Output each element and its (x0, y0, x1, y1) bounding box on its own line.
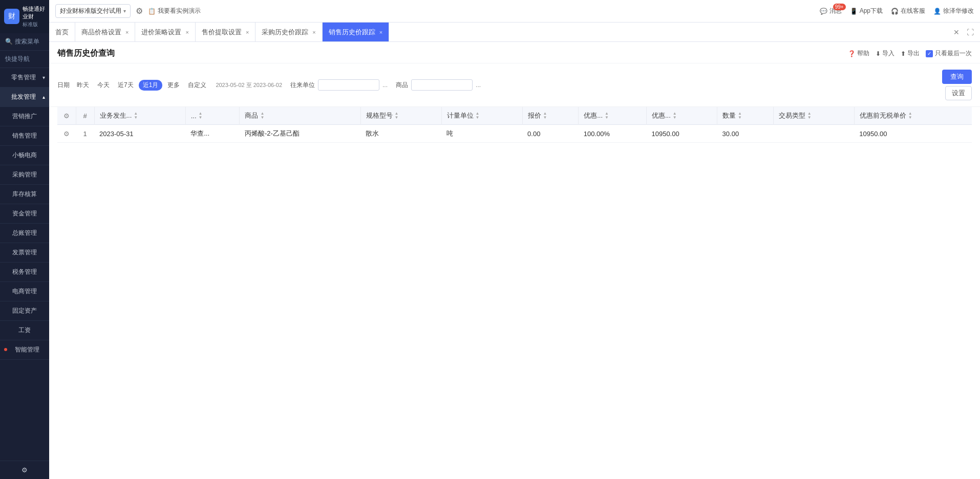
sidebar-item-wholesale[interactable]: 批发管理 ▴ (0, 88, 49, 107)
only-last-checkbox[interactable]: ✓ 只看最后一次 (926, 49, 972, 58)
search-icon: 🔍 (5, 38, 13, 45)
source-unit-filter: 往来单位 ... (290, 79, 388, 91)
filter-buttons: 查询 设置 (942, 70, 972, 100)
col-spec[interactable]: 规格型号 ▲▼ (360, 107, 441, 125)
export-link[interactable]: ⬆ 导出 (901, 49, 920, 58)
col-pretax-price[interactable]: 优惠前无税单价 ▲▼ (854, 107, 972, 125)
headset-icon: 🎧 (891, 8, 899, 15)
message-button[interactable]: 💬 消息 99+ (820, 7, 842, 15)
chevron-down-icon: ▾ (42, 75, 45, 80)
date-options: 昨天 今天 近7天 近1月 更多 自定义 (74, 80, 209, 91)
row-unit: 吨 (441, 125, 522, 143)
setting-button[interactable]: 设置 (945, 86, 972, 100)
message-icon: 💬 (820, 8, 827, 15)
row-spec: 散水 (360, 125, 441, 143)
sort-arrows-discount1: ▲▼ (605, 112, 609, 120)
source-unit-more-button[interactable]: ... (382, 81, 388, 89)
app-download-button[interactable]: 📱 App下载 (850, 7, 883, 15)
sidebar-item-payroll[interactable]: 工资 (0, 321, 49, 340)
col-discount2[interactable]: 优惠... ▲▼ (646, 107, 717, 125)
col-more[interactable]: ... ▲▼ (185, 107, 240, 125)
sidebar-item-tax-label: 税务管理 (12, 268, 37, 276)
date-opt-custom[interactable]: 自定义 (185, 80, 209, 91)
export-icon: ⬆ (901, 50, 906, 57)
sidebar-item-marketing-label: 营销推广 (12, 112, 37, 121)
col-unit[interactable]: 计量单位 ▲▼ (441, 107, 522, 125)
sidebar-item-inventory[interactable]: 库存核算 (0, 185, 49, 204)
tab-home[interactable]: 首页 (49, 23, 75, 42)
sidebar-item-marketing[interactable]: 营销推广 (0, 107, 49, 126)
page-header: 销售历史价查询 ❓ 帮助 ⬇ 导入 ⬆ 导出 ✓ 只看最后一次 (49, 42, 980, 63)
tab-sale-extract-label: 售价提取设置 (202, 28, 242, 37)
row-gear[interactable]: ⚙ (57, 125, 76, 143)
row-pretax-price: 10950.00 (854, 125, 972, 143)
user-menu-button[interactable]: 👤 徐泽华修改 (933, 7, 974, 15)
smart-dot (4, 348, 7, 351)
sidebar-item-invoice[interactable]: 发票管理 (0, 243, 49, 263)
tab-sale-history[interactable]: 销售历史价跟踪 × (323, 23, 389, 42)
col-biz-date[interactable]: 业务发生... ▲▼ (94, 107, 185, 125)
sidebar-item-ecommerce[interactable]: 电商管理 (0, 282, 49, 301)
tab-price-close-icon[interactable]: × (125, 29, 129, 35)
data-table-wrap: ⚙ # 业务发生... ▲▼ (49, 107, 980, 143)
date-opt-more[interactable]: 更多 (164, 80, 183, 91)
sort-arrows-more: ▲▼ (199, 112, 203, 120)
date-opt-today[interactable]: 今天 (94, 80, 113, 91)
col-product[interactable]: 商品 ▲▼ (240, 107, 360, 125)
col-price[interactable]: 报价 ▲▼ (522, 107, 579, 125)
tab-purchase-history[interactable]: 采购历史价跟踪 × (255, 23, 322, 42)
sidebar-item-invoice-label: 发票管理 (12, 248, 37, 257)
date-opt-last1m[interactable]: 近1月 (139, 80, 163, 91)
col-num: # (76, 107, 94, 125)
help-link[interactable]: ❓ 帮助 (848, 49, 869, 58)
col-discount1[interactable]: 优惠... ▲▼ (579, 107, 647, 125)
table-header-row: ⚙ # 业务发生... ▲▼ (57, 107, 972, 125)
sidebar-search[interactable]: 🔍 搜索菜单 (0, 33, 49, 51)
col-gear[interactable]: ⚙ (57, 107, 76, 125)
user-icon: 👤 (933, 8, 941, 15)
data-table: ⚙ # 业务发生... ▲▼ (57, 107, 972, 143)
sidebar-item-retail[interactable]: 零售管理 ▾ (0, 68, 49, 88)
version-select[interactable]: 好业财标准版交付试用 ▾ (55, 4, 131, 18)
version-chevron-icon: ▾ (123, 8, 126, 14)
tab-purchase-history-close-icon[interactable]: × (312, 29, 315, 35)
logo-title: 畅捷通好业财 (23, 5, 45, 21)
row-trans-type (773, 125, 854, 143)
product-input[interactable] (411, 79, 473, 91)
product-more-button[interactable]: ... (476, 81, 481, 89)
date-opt-yesterday[interactable]: 昨天 (74, 80, 92, 91)
row-discount1: 100.00% (579, 125, 647, 143)
import-link[interactable]: ⬇ 导入 (876, 49, 894, 58)
tab-purchase-strategy-close-icon[interactable]: × (185, 29, 188, 35)
date-opt-last7[interactable]: 近7天 (115, 80, 137, 91)
logo-icon: 财 (4, 9, 19, 24)
table-row: ⚙ 1 2023-05-31 华查... 丙烯酸-2-乙基己酯 散水 吨 0.0… (57, 125, 972, 143)
col-trans-type[interactable]: 交易类型 ▲▼ (773, 107, 854, 125)
demo-link[interactable]: 📋 我要看实例演示 (148, 7, 201, 15)
tab-home-label: 首页 (55, 28, 69, 37)
tab-sale-extract-close-icon[interactable]: × (246, 29, 249, 35)
expand-tab-button[interactable]: ⛶ (965, 27, 976, 37)
close-tab-button[interactable]: ✕ (951, 27, 962, 37)
sidebar-item-general-ledger[interactable]: 总账管理 (0, 224, 49, 243)
tab-sale-history-close-icon[interactable]: × (379, 29, 382, 35)
sidebar-quicknav[interactable]: 快捷导航 (0, 51, 49, 68)
tab-purchase-history-label: 采购历史价跟踪 (262, 28, 308, 37)
query-button[interactable]: 查询 (942, 70, 972, 84)
sidebar-item-ecommerce-small[interactable]: 小畅电商 (0, 146, 49, 165)
row-num: 1 (76, 125, 94, 143)
topbar-settings-button[interactable]: ⚙ (136, 6, 143, 16)
tab-price[interactable]: 商品价格设置 × (75, 23, 135, 42)
col-qty[interactable]: 数量 ▲▼ (717, 107, 774, 125)
sidebar-item-tax[interactable]: 税务管理 (0, 263, 49, 282)
source-unit-input[interactable] (318, 79, 379, 91)
sidebar-item-purchase[interactable]: 采购管理 (0, 165, 49, 185)
online-service-button[interactable]: 🎧 在线客服 (891, 7, 925, 15)
sidebar-item-finance[interactable]: 资金管理 (0, 204, 49, 224)
sidebar-item-fixed-assets[interactable]: 固定资产 (0, 301, 49, 321)
sidebar-settings-button[interactable]: ⚙ (0, 461, 49, 479)
sidebar-item-sales[interactable]: 销售管理 (0, 126, 49, 146)
tab-sale-extract[interactable]: 售价提取设置 × (196, 23, 255, 42)
sidebar-item-smart[interactable]: 智能管理 (0, 340, 49, 360)
tab-purchase-strategy[interactable]: 进价策略设置 × (135, 23, 195, 42)
